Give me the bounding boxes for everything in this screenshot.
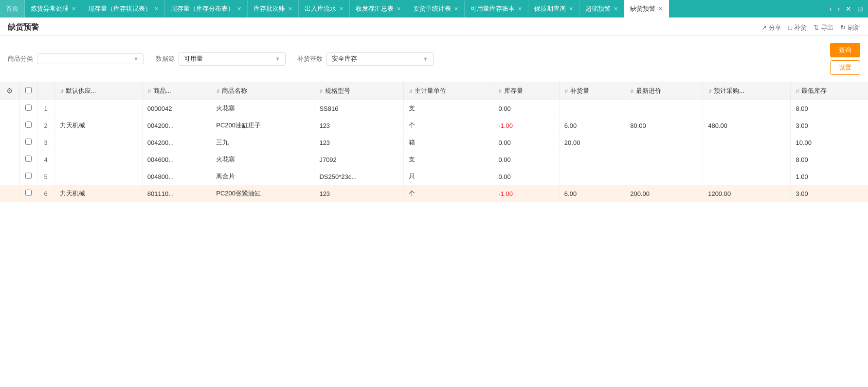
tab-refine[interactable]: 炼货异常处理 ✕ <box>25 0 82 18</box>
row-checkbox-2[interactable] <box>25 139 32 145</box>
settings-button[interactable]: 设置 <box>830 60 860 75</box>
category-select[interactable]: ▼ <box>37 53 144 64</box>
cell-supplier-0 <box>54 100 142 117</box>
cell-num-3: 4 <box>37 151 54 168</box>
cell-estimated-2 <box>703 134 791 151</box>
cell-checkbox-3[interactable] <box>19 151 37 168</box>
cell-num-4: 5 <box>37 168 54 185</box>
row-checkbox-1[interactable] <box>25 122 32 128</box>
row-checkbox-3[interactable] <box>25 156 32 162</box>
close-tab-refine[interactable]: ✕ <box>72 6 76 12</box>
th-product-code[interactable]: ⇵ 商品... <box>142 82 211 100</box>
cell-latest-price-0 <box>625 100 703 117</box>
cell-latest-price-2 <box>625 134 703 151</box>
tab-demand[interactable]: 要货单统计表 ✕ <box>407 0 465 18</box>
select-all-checkbox[interactable] <box>25 87 32 93</box>
tab-summary[interactable]: 收发存汇总表 ✕ <box>350 0 407 18</box>
table-row: 1 0000042 火花塞 SS816 支 0.00 8.00 <box>0 100 868 117</box>
cell-checkbox-2[interactable] <box>19 134 37 151</box>
tab-batch[interactable]: 库存批次账 ✕ <box>248 0 299 18</box>
cell-latest-price-1: 80.00 <box>625 117 703 134</box>
gear-icon[interactable]: ⚙ <box>6 87 13 95</box>
row-checkbox-4[interactable] <box>25 173 32 179</box>
cell-latest-price-5: 200.00 <box>625 185 703 202</box>
th-estimated-purchase[interactable]: ⇵ 预计采购... <box>703 82 791 100</box>
close-tab-stock-status[interactable]: ✕ <box>154 6 159 12</box>
cell-supplier-5: 力天机械 <box>54 185 142 202</box>
category-filter-group: 商品分类 ▼ <box>8 53 144 64</box>
row-checkbox-5[interactable] <box>25 190 32 196</box>
cell-num-1: 2 <box>37 117 54 134</box>
th-spec[interactable]: ⇵ 规格型号 <box>314 82 404 100</box>
share-button[interactable]: ↗ 分享 <box>761 23 781 32</box>
tab-stock-dist[interactable]: 现存量（库存分布表） ✕ <box>165 0 248 18</box>
cell-min-stock-0: 8.00 <box>791 100 868 117</box>
close-tab-available[interactable]: ✕ <box>518 6 522 12</box>
cell-estimated-5: 1200.00 <box>703 185 791 202</box>
th-latest-price[interactable]: ⇵ 最新进价 <box>625 82 703 100</box>
cell-unit-2: 箱 <box>404 134 493 151</box>
tab-close-all-btn[interactable]: ✕ <box>843 5 854 13</box>
table-row: 2 力天机械 004200... PC200油缸庄子 123 个 -1.00 6… <box>0 117 868 134</box>
cell-unit-5: 个 <box>404 185 493 202</box>
close-tab-inout[interactable]: ✕ <box>339 6 344 12</box>
close-tab-summary[interactable]: ✕ <box>397 6 401 12</box>
cell-checkbox-4[interactable] <box>19 168 37 185</box>
sort-icon-unit: ⇵ <box>409 88 413 94</box>
header-actions: ↗ 分享 □ 补货 ⇅ 导出 ↻ 刷新 <box>761 23 860 32</box>
tab-restore-btn[interactable]: ⊡ <box>854 5 866 13</box>
cell-settings-4 <box>0 168 19 185</box>
close-tab-demand[interactable]: ✕ <box>454 6 458 12</box>
cell-unit-4: 只 <box>404 168 493 185</box>
cell-num-0: 1 <box>37 100 54 117</box>
cell-settings-0 <box>0 100 19 117</box>
close-tab-stock-dist[interactable]: ✕ <box>237 6 241 12</box>
cell-supplier-1: 力天机械 <box>54 117 142 134</box>
cell-checkbox-0[interactable] <box>19 100 37 117</box>
tab-shortage[interactable]: 缺货预警 ✕ <box>624 0 669 18</box>
tab-inout[interactable]: 出入库流水 ✕ <box>299 0 350 18</box>
th-stock[interactable]: ⇵ 库存量 <box>493 82 559 100</box>
tab-overstock[interactable]: 超储预警 ✕ <box>579 0 624 18</box>
th-default-supplier[interactable]: ⇵ 默认供应... <box>54 82 142 100</box>
th-min-stock[interactable]: ⇵ 最低库存 <box>791 82 868 100</box>
cell-name-5: PC200张紧油缸 <box>211 185 314 202</box>
cell-checkbox-5[interactable] <box>19 185 37 202</box>
tab-shelf-life[interactable]: 保质期查询 ✕ <box>528 0 579 18</box>
export-button[interactable]: ⇅ 导出 <box>814 23 833 32</box>
cell-replenish-5: 6.00 <box>559 185 625 202</box>
th-checkbox[interactable] <box>19 82 37 100</box>
th-replenish-qty[interactable]: ⇵ 补货量 <box>559 82 625 100</box>
tab-scroll-left-btn[interactable]: ‹ <box>827 5 835 13</box>
cell-code-1: 004200... <box>142 117 211 134</box>
filter-actions: 查询 设置 <box>830 43 860 75</box>
page-title: 缺货预警 <box>8 22 39 33</box>
replenish-base-filter-group: 补货基数 安全库存 ▼ <box>297 52 434 66</box>
cell-checkbox-1[interactable] <box>19 117 37 134</box>
cell-name-2: 三九 <box>211 134 314 151</box>
tab-available[interactable]: 可用量库存账本 ✕ <box>465 0 528 18</box>
replenish-icon: □ <box>788 24 792 31</box>
tab-scroll-right-btn[interactable]: › <box>834 5 843 13</box>
close-tab-batch[interactable]: ✕ <box>288 6 292 12</box>
th-settings[interactable]: ⚙ <box>0 82 19 100</box>
query-button[interactable]: 查询 <box>830 43 860 57</box>
close-tab-overstock[interactable]: ✕ <box>614 6 618 12</box>
sort-icon-name: ⇵ <box>216 88 220 94</box>
refresh-button[interactable]: ↻ 刷新 <box>840 23 860 32</box>
sort-icon-code: ⇵ <box>147 88 151 94</box>
th-unit[interactable]: ⇵ 主计量单位 <box>404 82 493 100</box>
th-product-name[interactable]: ⇵ 商品名称 <box>211 82 314 100</box>
sort-icon-estimated: ⇵ <box>708 88 712 94</box>
cell-replenish-1: 6.00 <box>559 117 625 134</box>
replenish-button[interactable]: □ 补货 <box>788 23 807 32</box>
datasource-select[interactable]: 可用量 ▼ <box>179 52 286 66</box>
filter-area: 商品分类 ▼ 数据源 可用量 ▼ 补货基数 安全库存 ▼ 查询 设置 <box>0 36 868 82</box>
close-tab-shortage[interactable]: ✕ <box>658 6 663 12</box>
tab-stock-status[interactable]: 现存量（库存状况表） ✕ <box>82 0 165 18</box>
tab-home[interactable]: 首页 <box>0 0 25 18</box>
replenish-base-select[interactable]: 安全库存 ▼ <box>326 52 434 66</box>
row-checkbox-0[interactable] <box>25 105 32 111</box>
th-num <box>37 82 54 100</box>
close-tab-shelf-life[interactable]: ✕ <box>569 6 573 12</box>
